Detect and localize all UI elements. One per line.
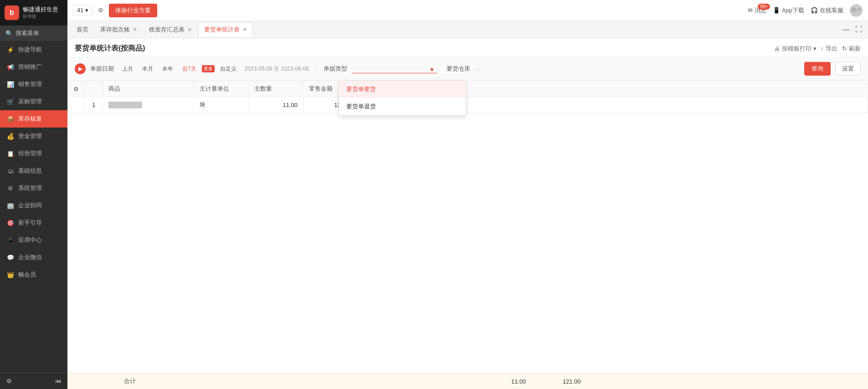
filter-bar: ▶ 单据日期 上月 本月 本年 近7天 更多 自定义 2023-05-06 至 … <box>67 57 868 81</box>
sidebar-logo: b 畅捷通好生意 标准版 <box>0 0 67 26</box>
warehouse-dots-icon[interactable]: ··· <box>475 66 480 72</box>
sidebar-footer: ⚙ ⏮ <box>0 373 67 389</box>
export-btn[interactable]: ↑ 导出 <box>821 45 838 53</box>
sidebar-item-label: 企业微信 <box>18 253 42 261</box>
date-quick-btns: 上月 本月 本年 近7天 更多 自定义 <box>118 64 240 74</box>
sidebar-item-guide[interactable]: 🎯 新手引导 <box>0 214 67 231</box>
sidebar-item-finance[interactable]: 💰 资金管理 <box>0 128 67 145</box>
search-icon: 🔍 <box>5 30 13 37</box>
print-icon: 🖨 <box>774 45 780 52</box>
sidebar-item-basics[interactable]: 🗂 基础信息 <box>0 162 67 179</box>
setting-btn[interactable]: 设置 <box>835 62 861 76</box>
table-header-row: ⚙ 商品 主计量单位 主数量 零售金额 <box>68 81 868 97</box>
filter-expand-btn[interactable]: ▶ <box>75 63 86 74</box>
avatar[interactable]: 用户 <box>850 4 863 17</box>
tab-inventory-batch[interactable]: 库存批次账 ✕ <box>95 23 143 36</box>
date-btn-7days[interactable]: 近7天 <box>179 64 200 74</box>
date-btn-custom[interactable]: 自定义 <box>216 64 240 74</box>
store-selector[interactable]: 41 ▾ <box>73 5 92 16</box>
tab-close-icon[interactable]: ✕ <box>242 26 247 33</box>
app-download-label: App下载 <box>782 6 804 15</box>
table-col-product: 商品 <box>103 81 194 97</box>
topbar: 41 ▾ ⚙ 体验行业方案 ✉ 消息 99+ 📱 App下载 🎧 在线客服 用户 <box>67 0 868 21</box>
phone-icon: 📱 <box>773 7 780 14</box>
messages-badge: 99+ <box>758 4 770 10</box>
dropdown-item-label: 要货单退货 <box>346 103 376 110</box>
tab-receive-send[interactable]: 收发存汇总表 ✕ <box>144 23 197 36</box>
sidebar-item-system[interactable]: ⚙ 系统管理 <box>0 179 67 197</box>
cell-product: ████████ <box>103 97 194 113</box>
sidebar-item-purchase[interactable]: 🛒 采购管理 <box>0 93 67 110</box>
sidebar-item-search[interactable]: 🔍 搜索菜单 <box>0 26 67 41</box>
inventory-icon: 📦 <box>6 115 15 123</box>
table-container: ⚙ 商品 主计量单位 主数量 零售金额 1 <box>67 81 868 113</box>
sidebar-item-shortcuts[interactable]: ⚡ 快捷导航 <box>0 41 67 58</box>
tab-label: 首页 <box>77 26 88 34</box>
app-download-btn[interactable]: 📱 App下载 <box>773 6 804 15</box>
sidebar-item-operations[interactable]: 📋 经营管理 <box>0 145 67 162</box>
col-settings-icon[interactable]: ⚙ <box>73 86 79 92</box>
wechat-icon: 💬 <box>6 253 15 261</box>
cell-quantity: 11.00 <box>249 97 303 113</box>
store-name: 41 <box>77 7 83 14</box>
logo-icon: b <box>5 5 19 20</box>
marketing-icon: 📢 <box>6 63 15 71</box>
tab-maximize-icon[interactable]: ⛶ <box>853 24 864 36</box>
settings-icon[interactable]: ⚙ <box>6 378 12 384</box>
enterprise-icon: 🏢 <box>6 201 15 210</box>
sidebar-item-apps[interactable]: 📱 应用中心 <box>0 231 67 249</box>
date-more-badge[interactable]: 更多 <box>202 65 215 72</box>
messages-btn[interactable]: ✉ 消息 99+ <box>748 6 766 15</box>
table-row: 1 ████████ 块 11.00 121.00 <box>68 97 868 113</box>
sidebar-item-marketing[interactable]: 📢 营销推广 <box>0 58 67 76</box>
table-col-index <box>85 81 103 97</box>
sidebar-item-wechat[interactable]: 💬 企业微信 <box>0 249 67 266</box>
sidebar-item-member[interactable]: 👑 畅会员 <box>0 266 67 283</box>
apps-icon: 📱 <box>6 236 15 244</box>
table-footer: 合计 11.00 121.00 <box>67 373 868 389</box>
date-btn-last-month[interactable]: 上月 <box>118 64 137 74</box>
query-btn[interactable]: 查询 <box>804 62 831 76</box>
tab-order-stats[interactable]: 要货单统计表 ✕ <box>198 22 253 37</box>
sales-icon: 📊 <box>6 80 15 88</box>
dropdown-item-require-goods[interactable]: 要货单要货 <box>339 81 466 98</box>
topbar-gear-icon[interactable]: ⚙ <box>96 5 105 15</box>
sidebar-item-label: 系统管理 <box>18 184 42 192</box>
sidebar-item-label: 快捷导航 <box>18 46 42 54</box>
date-btn-this-month[interactable]: 本月 <box>139 64 157 74</box>
sidebar-item-enterprise[interactable]: 🏢 企业协同 <box>0 197 67 214</box>
collapse-icon[interactable]: ⏮ <box>55 378 61 384</box>
trial-btn[interactable]: 体验行业方案 <box>109 4 157 17</box>
tab-close-icon[interactable]: ✕ <box>187 26 192 33</box>
tab-close-icon[interactable]: ✕ <box>133 26 137 33</box>
print-btn[interactable]: 🖨 按模板打印 ▾ <box>774 45 817 53</box>
sidebar-item-label: 基础信息 <box>18 167 42 175</box>
sidebar-item-label: 应用中心 <box>18 236 42 244</box>
cell-checkbox <box>68 97 85 113</box>
warehouse-label: 要货仓库 <box>447 65 470 73</box>
table-footer-bar: 合计 11.00 121.00 <box>67 373 868 389</box>
dropdown-item-return-goods[interactable]: 要货单退货 <box>339 98 466 115</box>
member-icon: 👑 <box>6 271 15 279</box>
type-select-wrapper[interactable]: ▲ <box>352 64 438 73</box>
type-label: 单据类型 <box>324 65 347 73</box>
tab-home[interactable]: 首页 <box>71 23 94 36</box>
chevron-down-icon: ▾ <box>85 7 88 14</box>
table-col-quantity: 主数量 <box>249 81 303 97</box>
online-service-btn[interactable]: 🎧 在线客服 <box>811 6 843 15</box>
topbar-left: 41 ▾ ⚙ 体验行业方案 <box>73 4 743 17</box>
table-col-unit: 主计量单位 <box>194 81 249 97</box>
finance-icon: 💰 <box>6 132 15 140</box>
tab-label: 收发存汇总表 <box>149 26 185 34</box>
type-select-input[interactable] <box>354 65 427 72</box>
operations-icon: 📋 <box>6 149 15 158</box>
sidebar-item-inventory[interactable]: 📦 库存核算 <box>0 110 67 128</box>
sidebar: b 畅捷通好生意 标准版 🔍 搜索菜单 ⚡ 快捷导航 📢 营销推广 📊 销售管理… <box>0 0 67 389</box>
refresh-label: 刷新 <box>849 45 861 53</box>
date-btn-this-year[interactable]: 本年 <box>159 64 177 74</box>
sidebar-item-sales[interactable]: 📊 销售管理 <box>0 76 67 93</box>
tab-minimize-icon[interactable]: — <box>841 24 852 36</box>
main-area: 41 ▾ ⚙ 体验行业方案 ✉ 消息 99+ 📱 App下载 🎧 在线客服 用户 <box>67 0 868 389</box>
type-dropdown: 要货单要货 要货单退货 <box>339 80 466 116</box>
refresh-btn[interactable]: ↻ 刷新 <box>842 45 861 53</box>
